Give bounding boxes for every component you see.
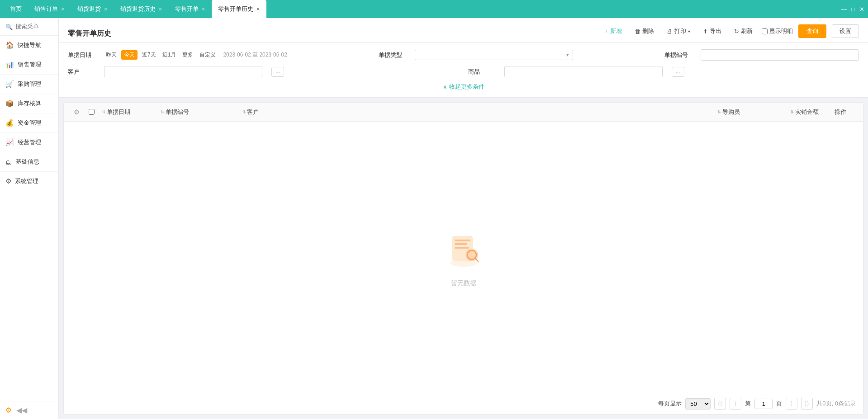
sidebar-collapse-icon[interactable]: ◀◀ [16,406,27,414]
tab-retail-order[interactable]: 零售开单 ✕ [169,0,212,18]
display-detail-toggle[interactable]: 显示明细 [762,27,793,35]
basics-icon: 🗂 [5,158,12,166]
last-page-button[interactable]: ⟩⟩ [801,398,813,410]
col-guide-sort-icon: ⇅ [717,109,721,114]
display-detail-label: 显示明细 [769,27,793,35]
date-custom[interactable]: 自定义 [198,50,218,60]
add-label: + 新增 [605,27,622,35]
sidebar-item-basics-label: 基础信息 [16,158,39,166]
current-page-input[interactable] [754,399,773,409]
empty-icon [441,227,486,272]
goods-input[interactable] [504,66,663,77]
export-label: 导出 [710,27,721,35]
customer-input[interactable] [104,66,262,77]
tab-retail-history[interactable]: 零售开单历史 ✕ [212,0,266,18]
date-more[interactable]: 更多 [180,50,195,60]
col-header-customer[interactable]: ⇅ 客户 [238,108,714,116]
per-page-select[interactable]: 10 20 50 100 [685,398,711,410]
display-detail-checkbox[interactable] [762,28,768,34]
date-today[interactable]: 今天 [121,50,138,60]
inventory-icon: 📦 [5,99,14,108]
sidebar-search-label: 搜索采单 [15,23,39,31]
search-icon: 🔍 [5,24,13,30]
tab-return-history-close[interactable]: ✕ [158,6,162,12]
customer-ellipsis-button[interactable]: ··· [271,67,284,77]
sidebar-item-purchase[interactable]: 🛒 采购管理 [0,75,58,94]
date-yesterday[interactable]: 昨天 [104,50,119,60]
col-header-guide[interactable]: ⇅ 导购员 [714,108,768,116]
sidebar-item-operations[interactable]: 📈 经营管理 [0,133,58,152]
tab-home-label: 首页 [10,5,22,13]
refresh-label: 刷新 [741,27,753,35]
add-button[interactable]: + 新增 [602,25,626,37]
settings-gear-icon[interactable]: ⚙ [5,406,12,414]
first-page-button[interactable]: ⟨⟨ [714,398,726,410]
sidebar-item-system[interactable]: ⚙ 系统管理 [0,172,58,191]
select-all-checkbox-wrap[interactable] [85,109,98,115]
tab-retail-order-label: 零售开单 [175,5,199,13]
col-header-amount[interactable]: ⇅ 实销金额 [768,108,822,116]
table-settings-icon[interactable]: ⚙ [68,108,85,116]
top-tabbar: 首页 销售订单 ✕ 销货退货 ✕ 销货退货历史 ✕ 零售开单 ✕ 零售开单历史 … [0,0,868,18]
page-label-prefix: 第 [745,400,751,408]
col-header-date[interactable]: ⇅ 单据日期 [98,108,157,116]
type-select[interactable]: ▾ [415,50,573,60]
set-button[interactable]: 设置 [832,24,859,38]
tab-return[interactable]: 销货退货 ✕ [71,0,114,18]
date-label: 单据日期 [68,51,95,59]
export-icon: ⬆ [703,28,708,35]
col-header-order[interactable]: ⇅ 单据编号 [157,108,238,116]
shortcuts-icon: 🏠 [5,41,14,49]
tab-retail-order-close[interactable]: ✕ [201,6,205,12]
tab-sales-order[interactable]: 销售订单 ✕ [28,0,71,18]
sidebar-item-purchase-label: 采购管理 [18,80,41,88]
order-no-label: 单据编号 [664,51,692,59]
query-button[interactable]: 查询 [798,24,826,38]
sidebar-item-inventory[interactable]: 📦 库存核算 [0,94,58,113]
sidebar-search[interactable]: 🔍 搜索采单 [0,18,58,36]
close-button[interactable]: ✕ [859,6,864,13]
tab-return-history-label: 销货退货历史 [120,5,156,13]
collapse-more-button[interactable]: ∧ 收起更多条件 [68,83,859,91]
tab-home[interactable]: 首页 [4,0,28,18]
page-total: 共0页, 0条记录 [816,400,856,408]
operations-icon: 📈 [5,138,14,146]
print-icon: 🖨 [667,28,673,35]
tab-return-history[interactable]: 销货退货历史 ✕ [114,0,169,18]
delete-button[interactable]: 🗑 删除 [631,25,658,37]
minimize-button[interactable]: — [841,6,847,13]
col-guide-label: 导购员 [722,108,740,116]
sidebar-item-sales[interactable]: 📊 销售管理 [0,55,58,75]
sidebar-item-basics[interactable]: 🗂 基础信息 [0,152,58,172]
sidebar-item-inventory-label: 库存核算 [18,99,41,108]
date-options: 昨天 今天 近7天 近1月 更多 自定义 2023-06-02 至 2023-0… [104,50,287,60]
order-no-input[interactable] [701,49,859,61]
sidebar-item-finance[interactable]: 💰 资金管理 [0,113,58,133]
export-button[interactable]: ⬆ 导出 [699,25,725,37]
finance-icon: 💰 [5,119,14,127]
sidebar-item-finance-label: 资金管理 [18,119,41,127]
col-date-sort-icon: ⇅ [102,109,105,114]
pagination: 每页显示 10 20 50 100 ⟨⟨ ⟨ 第 页 ⟩ ⟩⟩ 共0页, 0条记… [64,393,863,414]
refresh-button[interactable]: ↻ 刷新 [730,25,756,37]
next-page-button[interactable]: ⟩ [786,398,797,410]
print-button[interactable]: 🖨 打印 ▾ [663,25,694,37]
sidebar-item-operations-label: 经营管理 [18,138,41,146]
goods-label: 商品 [468,68,495,76]
tab-sales-order-close[interactable]: ✕ [61,6,65,12]
maximize-button[interactable]: □ [851,6,855,13]
date-1month[interactable]: 近1月 [161,50,178,60]
tab-retail-history-close[interactable]: ✕ [256,6,260,12]
prev-page-button[interactable]: ⟨ [730,398,741,410]
col-customer-label: 客户 [247,108,259,116]
date-7days[interactable]: 近7天 [140,50,158,60]
page-header: 零售开单历史 + 新增 🗑 删除 🖨 打印 ▾ ⬆ 导出 [59,18,868,43]
customer-label: 客户 [68,68,95,76]
goods-ellipsis-button[interactable]: ··· [672,67,684,77]
sidebar: 🔍 搜索采单 🏠 快捷导航 📊 销售管理 🛒 采购管理 📦 库存核算 💰 资金管… [0,18,59,419]
select-all-checkbox[interactable] [89,109,95,115]
collapse-up-icon: ∧ [443,84,447,90]
tab-return-close[interactable]: ✕ [104,6,108,12]
col-date-label: 单据日期 [107,108,130,116]
sidebar-item-shortcuts[interactable]: 🏠 快捷导航 [0,36,58,55]
